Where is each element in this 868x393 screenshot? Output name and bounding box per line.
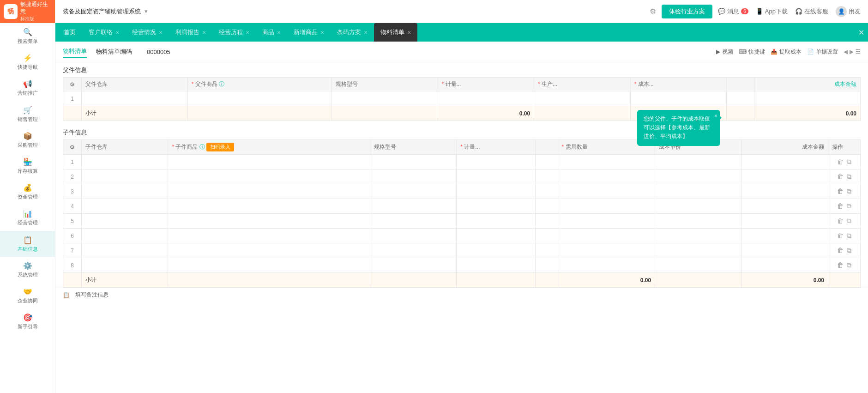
child-row-6-warehouse[interactable] — [82, 229, 168, 243]
child-row-8-product[interactable] — [168, 258, 370, 273]
tab-operations-status[interactable]: 经营情况 ✕ — [126, 23, 169, 42]
settings-icon[interactable]: ⚙ — [650, 7, 656, 16]
child-row-7-unit[interactable] — [457, 243, 535, 258]
sidebar-item-sales[interactable]: 🛒 销售管理 — [0, 101, 55, 127]
child-row-2-cost-unit[interactable] — [655, 169, 741, 184]
child-row-7-warehouse[interactable] — [82, 243, 168, 258]
child-row-3-spec[interactable] — [370, 184, 456, 199]
tab-home[interactable]: 首页 — [57, 23, 82, 42]
child-row-1-cost-unit[interactable] — [655, 155, 741, 169]
view-button[interactable]: ▶ 视频 — [716, 48, 733, 56]
tab-barcode[interactable]: 条码方案 ✕ — [331, 23, 374, 42]
sidebar-item-newbie[interactable]: 🎯 新手引导 — [0, 308, 55, 334]
delete-icon-1[interactable]: 🗑 — [837, 158, 844, 165]
sidebar-item-operations[interactable]: 📊 经营管理 — [0, 205, 55, 230]
parent-row-1-manufacture[interactable] — [534, 91, 631, 106]
copy-icon-1[interactable]: ⧉ — [847, 158, 851, 165]
child-row-4-spec[interactable] — [370, 199, 456, 214]
sidebar-item-finance[interactable]: 💰 资金管理 — [0, 179, 55, 205]
child-row-4-cost-unit[interactable] — [655, 199, 741, 214]
child-row-7-cost-unit[interactable] — [655, 243, 741, 258]
parent-row-1-unit[interactable] — [438, 91, 534, 106]
child-row-6-spec[interactable] — [370, 229, 456, 243]
tab-products-close[interactable]: ✕ — [277, 30, 281, 35]
child-row-5-spec[interactable] — [370, 214, 456, 229]
child-row-3-warehouse[interactable] — [82, 184, 168, 199]
close-all-icon[interactable]: ✕ — [858, 28, 864, 37]
child-row-5-warehouse[interactable] — [82, 214, 168, 229]
tab-barcode-close[interactable]: ✕ — [364, 30, 368, 35]
child-row-3-unit[interactable] — [457, 184, 535, 199]
extract-cost-button[interactable]: 📤 提取成本 — [771, 48, 802, 56]
tab-bom-close[interactable]: ✕ — [407, 30, 411, 35]
child-row-3-cost-unit[interactable] — [655, 184, 741, 199]
online-service-button[interactable]: 🎧 在线客服 — [795, 7, 828, 16]
child-row-1-product[interactable] — [168, 155, 370, 169]
delete-icon-5[interactable]: 🗑 — [837, 217, 844, 224]
child-row-4-product[interactable] — [168, 199, 370, 214]
child-row-2-unit[interactable] — [457, 169, 535, 184]
child-row-6-unit[interactable] — [457, 229, 535, 243]
user-button[interactable]: 👤 用友 — [836, 6, 861, 17]
child-row-7-quantity[interactable] — [558, 243, 655, 258]
tab-profit-report[interactable]: 利润报告 ✕ — [169, 23, 212, 42]
tab-products[interactable]: 商品 ✕ — [256, 23, 287, 42]
next-page-icon[interactable]: ▶ — [850, 48, 854, 55]
child-row-5-product[interactable] — [168, 214, 370, 229]
tab-operations-status-close[interactable]: ✕ — [159, 30, 163, 35]
child-row-6-cost-unit[interactable] — [655, 229, 741, 243]
tooltip-close-button[interactable]: × — [714, 112, 717, 121]
child-row-4-unit[interactable] — [457, 199, 535, 214]
child-row-3-product[interactable] — [168, 184, 370, 199]
list-view-icon[interactable]: ☰ — [856, 48, 861, 55]
parent-row-1-product[interactable] — [187, 91, 332, 106]
tab-profit-report-close[interactable]: ✕ — [202, 30, 206, 35]
delete-icon-4[interactable]: 🗑 — [837, 202, 844, 210]
parent-row-1-warehouse[interactable] — [82, 91, 188, 106]
parent-row-1-cost[interactable] — [630, 91, 727, 106]
copy-icon-3[interactable]: ⧉ — [847, 187, 851, 195]
child-row-3-quantity[interactable] — [558, 184, 655, 199]
delete-icon-3[interactable]: 🗑 — [837, 187, 844, 195]
scan-button[interactable]: 扫码录入 — [206, 143, 234, 151]
tab-history-close[interactable]: ✕ — [246, 30, 249, 35]
copy-icon-7[interactable]: ⧉ — [847, 247, 851, 254]
sidebar-item-search[interactable]: 🔍 搜索菜单 — [0, 23, 55, 49]
sidebar-item-system[interactable]: ⚙️ 系统管理 — [0, 257, 55, 283]
child-row-2-quantity[interactable] — [558, 169, 655, 184]
parent-col-gear[interactable]: ⚙ — [63, 78, 82, 91]
child-row-8-spec[interactable] — [370, 258, 456, 273]
child-row-5-cost-unit[interactable] — [655, 214, 741, 229]
sub-tab-bom-list[interactable]: 物料清单 — [63, 45, 87, 58]
copy-icon-2[interactable]: ⧉ — [847, 173, 851, 180]
tab-customer[interactable]: 客户联络 ✕ — [82, 23, 126, 42]
child-row-8-unit[interactable] — [457, 258, 535, 273]
sub-tab-bom-code[interactable]: 物料清单编码 — [96, 46, 132, 58]
child-row-1-unit[interactable] — [457, 155, 535, 169]
sidebar-item-inventory[interactable]: 🏪 库存核算 — [0, 153, 55, 179]
child-col-gear[interactable]: ⚙ — [63, 140, 82, 155]
tab-history[interactable]: 经营历程 ✕ — [212, 23, 256, 42]
child-row-6-product[interactable] — [168, 229, 370, 243]
copy-icon-5[interactable]: ⧉ — [847, 217, 851, 224]
child-row-4-quantity[interactable] — [558, 199, 655, 214]
child-row-2-product[interactable] — [168, 169, 370, 184]
child-row-5-unit[interactable] — [457, 214, 535, 229]
sidebar-item-marketing[interactable]: 📢 营销推广 — [0, 75, 55, 101]
child-row-6-quantity[interactable] — [558, 229, 655, 243]
delete-icon-8[interactable]: 🗑 — [837, 261, 844, 269]
copy-icon-8[interactable]: ⧉ — [847, 261, 851, 269]
parent-row-1-spec[interactable] — [332, 91, 438, 106]
copy-icon-6[interactable]: ⧉ — [847, 232, 851, 239]
app-download-button[interactable]: 📱 App下载 — [756, 7, 788, 16]
tab-bom[interactable]: 物料清单 ✕ — [374, 23, 417, 42]
copy-icon-4[interactable]: ⧉ — [847, 202, 851, 210]
child-row-1-warehouse[interactable] — [82, 155, 168, 169]
tab-new-product[interactable]: 新增商品 ✕ — [287, 23, 331, 42]
single-settings-button[interactable]: 📄 单据设置 — [807, 48, 838, 56]
child-row-1-quantity[interactable] — [558, 155, 655, 169]
child-row-4-warehouse[interactable] — [82, 199, 168, 214]
sidebar-item-basicinfo[interactable]: 📋 基础信息 — [0, 231, 55, 257]
sidebar-item-purchase[interactable]: 📦 采购管理 — [0, 127, 55, 153]
child-row-8-warehouse[interactable] — [82, 258, 168, 273]
